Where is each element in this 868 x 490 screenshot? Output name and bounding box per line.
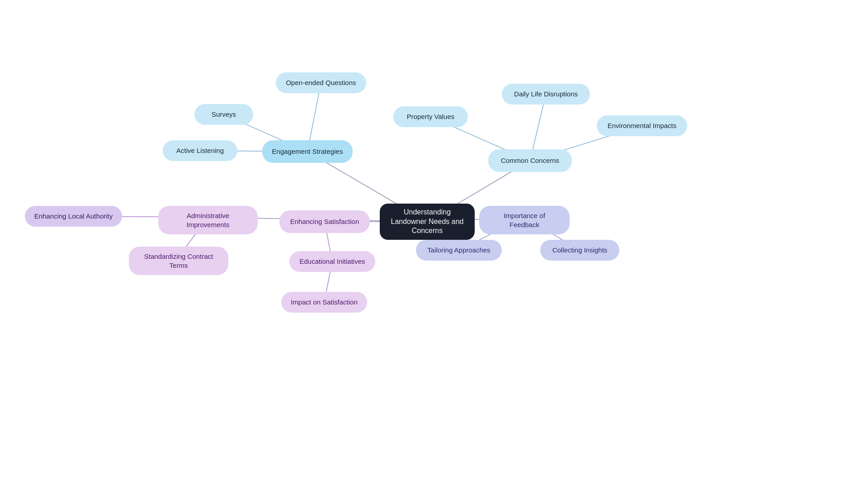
enhancing-satisfaction-node: Enhancing Satisfaction [279,210,370,233]
common-concerns-node: Common Concerns [488,149,572,172]
mind-map-canvas: Understanding Landowner Needs and Concer… [0,0,868,490]
daily-life-disruptions-node: Daily Life Disruptions [502,84,590,105]
property-values-node: Property Values [393,106,468,127]
enhancing-local-authority-node: Enhancing Local Authority [25,206,122,227]
center-node: Understanding Landowner Needs and Concer… [380,204,475,240]
active-listening-node: Active Listening [163,140,237,161]
collecting-insights-node: Collecting Insights [540,240,619,261]
standardizing-contract-terms-node: Standardizing Contract Terms [129,247,228,275]
administrative-improvements-node: Administrative Improvements [158,206,258,234]
importance-of-feedback-node: Importance of Feedback [479,206,570,234]
educational-initiatives-node: Educational Initiatives [289,251,375,272]
surveys-node: Surveys [194,104,253,125]
environmental-impacts-node: Environmental Impacts [597,115,687,136]
impact-on-satisfaction-node: Impact on Satisfaction [281,292,367,313]
open-ended-questions-node: Open-ended Questions [276,72,366,93]
tailoring-approaches-node: Tailoring Approaches [416,240,502,261]
engagement-strategies-node: Engagement Strategies [262,140,353,163]
